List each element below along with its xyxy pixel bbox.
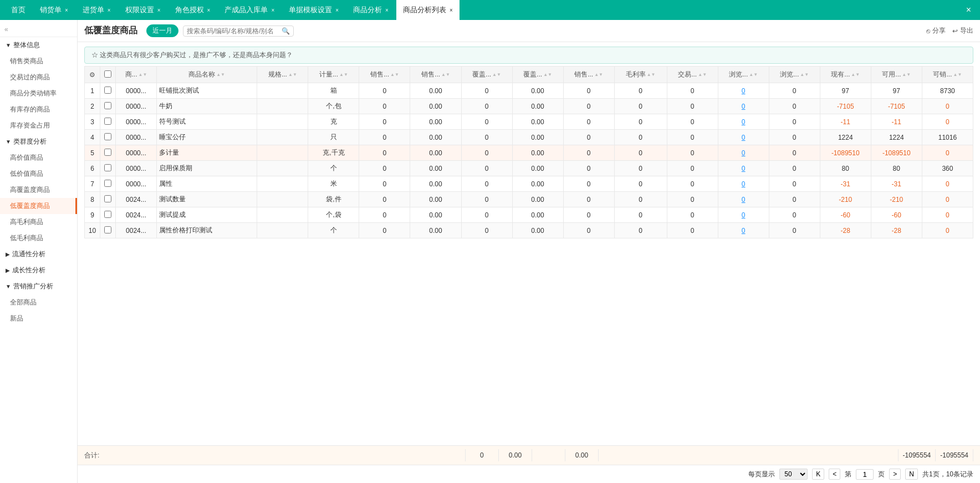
close-icon[interactable]: × [335,7,339,13]
sidebar-item-sales-goods[interactable]: 销售类商品 [0,53,77,69]
row-no: 5 [85,145,100,161]
share-button[interactable]: ⎋ 分享 [926,26,946,35]
sidebar-item-inventory-goods[interactable]: 有库存的商品 [0,101,77,118]
info-banner: ☆ 这类商品只有很少客户购买过，是推广不够，还是商品本身问题？ [84,47,973,64]
col-spec[interactable]: 规格...▲▼ [257,67,308,83]
nav-purchase-order[interactable]: 进货单 × [76,0,118,20]
col-code[interactable]: 商...▲▼ [116,67,157,83]
row-browse1[interactable]: 0 [718,192,769,207]
col-coverage2[interactable]: 覆盖...▲▼ [512,67,563,83]
period-button[interactable]: 近一月 [146,24,178,37]
next-page-btn[interactable]: > [889,469,901,480]
nav-permission-settings[interactable]: 权限设置 × [119,0,167,20]
col-trade[interactable]: 交易...▲▼ [667,67,718,83]
row-checkbox[interactable] [100,223,116,238]
sidebar-item-new-goods[interactable]: 新品 [0,311,77,327]
row-browse1[interactable]: 0 [718,176,769,192]
close-icon[interactable]: × [108,7,111,13]
col-settings[interactable]: ⚙ [85,67,100,83]
row-spec [257,161,308,176]
col-name[interactable]: 商品名称▲▼ [156,67,257,83]
col-checkbox[interactable] [100,67,116,83]
nav-template-settings[interactable]: 单据模板设置 × [282,0,345,20]
row-no: 10 [85,223,100,238]
sidebar-item-low-value[interactable]: 低价值商品 [0,166,77,182]
row-checkbox[interactable] [100,99,116,114]
table-body: 1 0000... 旺铺批次测试 箱 0 0.00 0 0.00 0 0 0 0… [85,83,973,238]
window-close-icon[interactable]: × [962,5,976,15]
col-sales-amt[interactable]: 销售...▲▼ [410,67,461,83]
col-browse1[interactable]: 浏览...▲▼ [718,67,769,83]
row-browse1[interactable]: 0 [718,161,769,176]
sidebar-item-low-coverage[interactable]: 低覆盖度商品 [0,198,77,214]
row-no: 4 [85,130,100,145]
export-button[interactable]: ↩ 导出 [952,26,973,35]
last-page-btn[interactable]: N [905,469,918,480]
sidebar-item-high-value[interactable]: 高价值商品 [0,150,77,166]
data-table: ⚙ 商...▲▼ 商品名称▲▼ 规格...▲▼ 计量...▲▼ 销售...▲▼ … [84,66,973,238]
sidebar-group-cluster[interactable]: ▼ 类群度分析 [0,134,77,150]
row-coverage2: 0.00 [512,207,563,223]
row-checkbox[interactable] [100,145,116,161]
sidebar-group-marketing[interactable]: ▼ 营销推广分析 [0,278,77,294]
row-checkbox[interactable] [100,130,116,145]
nav-role-auth[interactable]: 角色授权 × [169,0,217,20]
row-checkbox[interactable] [100,207,116,223]
page-size-select[interactable]: 50 20 100 [779,469,808,480]
sidebar-group-growth[interactable]: ▶ 成长性分析 [0,262,77,278]
col-current-stock[interactable]: 现有...▲▼ [820,67,871,83]
col-sales-qty[interactable]: 销售...▲▼ [359,67,410,83]
col-browse2[interactable]: 浏览...▲▼ [769,67,820,83]
col-sales-other[interactable]: 销售...▲▼ [563,67,614,83]
nav-product-analysis[interactable]: 商品分析 × [346,0,395,20]
sidebar-item-inventory-capital[interactable]: 库存资金占用 [0,118,77,134]
row-coverage2: 0.00 [512,145,563,161]
row-checkbox[interactable] [100,114,116,130]
row-browse1[interactable]: 0 [718,83,769,99]
sidebar-item-high-coverage[interactable]: 高覆盖度商品 [0,182,77,198]
row-checkbox[interactable] [100,161,116,176]
close-icon[interactable]: × [450,7,453,13]
search-icon[interactable]: 🔍 [282,27,290,35]
col-available-stock[interactable]: 可用...▲▼ [871,67,922,83]
close-icon[interactable]: × [385,7,389,13]
col-margin[interactable]: 毛利率▲▼ [614,67,667,83]
row-sales-qty: 0 [359,99,410,114]
row-browse1[interactable]: 0 [718,99,769,114]
col-sellable[interactable]: 可销...▲▼ [922,67,973,83]
search-input[interactable] [187,27,282,35]
prev-page-btn[interactable]: < [829,469,840,480]
sidebar-group-overall[interactable]: ▼ 整体信息 [0,37,77,53]
page-number-input[interactable] [856,469,874,480]
nav-sales-order[interactable]: 销货单 × [33,0,75,20]
select-all-checkbox[interactable] [104,70,111,78]
sidebar-group-circulation[interactable]: ▶ 流通性分析 [0,246,77,262]
sidebar-item-high-margin[interactable]: 高毛利商品 [0,214,77,230]
row-checkbox[interactable] [100,83,116,99]
col-unit[interactable]: 计量...▲▼ [308,67,359,83]
row-browse1[interactable]: 0 [718,130,769,145]
sidebar-item-category-rate[interactable]: 商品分类动销率 [0,85,77,101]
row-checkbox[interactable] [100,192,116,207]
header-bar: 低覆盖度商品 近一月 🔍 ⎋ 分享 ↩ 导出 [78,20,980,42]
sidebar-item-low-margin[interactable]: 低毛利商品 [0,230,77,246]
first-page-btn[interactable]: K [812,469,824,480]
row-browse1[interactable]: 0 [718,223,769,238]
row-checkbox[interactable] [100,176,116,192]
col-coverage1[interactable]: 覆盖...▲▼ [461,67,512,83]
row-spec [257,192,308,207]
close-icon[interactable]: × [271,7,274,13]
row-browse1[interactable]: 0 [718,207,769,223]
sidebar-collapse-btn[interactable]: « [0,22,77,37]
close-icon[interactable]: × [207,7,211,13]
nav-finished-goods[interactable]: 产成品入库单 × [218,0,281,20]
row-browse1[interactable]: 0 [718,145,769,161]
sidebar-item-all-goods[interactable]: 全部商品 [0,294,77,311]
close-icon[interactable]: × [157,7,161,13]
nav-product-analysis-list[interactable]: 商品分析列表 × [396,0,460,20]
nav-home[interactable]: 首页 [4,0,32,20]
row-browse1[interactable]: 0 [718,114,769,130]
close-icon[interactable]: × [65,7,68,13]
footer-spacer [118,449,466,461]
sidebar-item-traded-goods[interactable]: 交易过的商品 [0,69,77,85]
